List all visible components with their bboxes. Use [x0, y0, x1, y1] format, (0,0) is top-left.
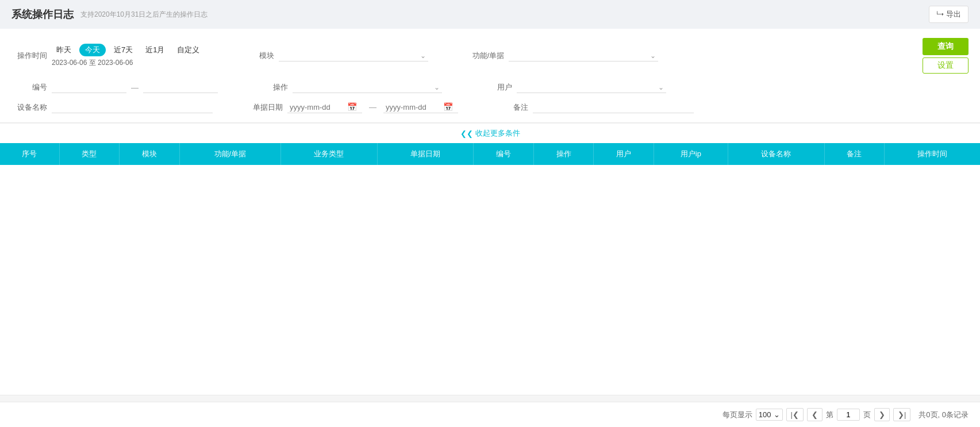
operation-select[interactable]: ⌄	[293, 82, 442, 93]
collapse-button[interactable]: ❮❮ 收起更多条件	[460, 128, 520, 139]
time-btn-1month[interactable]: 近1月	[141, 44, 169, 56]
time-btns: 昨天 今天 近7天 近1月 自定义	[52, 44, 204, 56]
remark-label: 备注	[493, 102, 533, 113]
export-icon: ⮡	[936, 10, 944, 19]
col-operation: 操作	[533, 143, 593, 165]
col-func: 功能/单据	[179, 143, 280, 165]
first-page-button[interactable]: |❮	[786, 408, 804, 421]
time-btn-custom[interactable]: 自定义	[172, 44, 204, 56]
col-user: 用户	[594, 143, 654, 165]
code-dash: —	[131, 83, 139, 92]
module-chevron-icon: ⌄	[420, 52, 426, 60]
table-header-row: 序号 类型 模块 功能/单据 业务类型 单据日期 编号 操作 用户 用户ip 设…	[0, 143, 980, 165]
scrollbar-inner	[0, 395, 980, 402]
page-container: 系统操作日志 支持2020年10月31日之后产生的操作日志 ⮡ 导出 操作时间 …	[0, 0, 980, 427]
scrollbar-area[interactable]	[0, 395, 980, 402]
module-select[interactable]: ⌄	[279, 51, 428, 61]
col-biz-type: 业务类型	[281, 143, 378, 165]
last-page-button[interactable]: ❯|	[893, 408, 910, 421]
doc-date-label: 单据日期	[247, 102, 287, 113]
pagination: 每页显示 100 ⌄ |❮ ❮ 第 页 ❯ ❯| 共0页, 0条记录	[0, 402, 980, 427]
data-table: 序号 类型 模块 功能/单据 业务类型 单据日期 编号 操作 用户 用户ip 设…	[0, 143, 980, 337]
col-code: 编号	[474, 143, 533, 165]
next-page-button[interactable]: ❯	[874, 408, 890, 421]
page-header: 系统操作日志 支持2020年10月31日之后产生的操作日志 ⮡ 导出	[0, 0, 980, 29]
page-subtitle: 支持2020年10月31日之后产生的操作日志	[80, 10, 207, 20]
collapse-bar: ❮❮ 收起更多条件	[0, 123, 980, 143]
col-module: 模块	[120, 143, 179, 165]
code-end-input[interactable]	[143, 82, 218, 93]
page-input[interactable]	[837, 409, 860, 421]
time-btn-yesterday[interactable]: 昨天	[52, 44, 76, 56]
table-header: 序号 类型 模块 功能/单据 业务类型 单据日期 编号 操作 用户 用户ip 设…	[0, 143, 980, 165]
col-doc-date: 单据日期	[377, 143, 474, 165]
calendar-end-icon[interactable]: 📅	[443, 102, 453, 111]
module-label: 模块	[239, 51, 279, 61]
page-label: 第	[826, 410, 833, 420]
prev-page-button[interactable]: ❮	[807, 408, 823, 421]
query-button[interactable]: 查询	[923, 38, 969, 55]
settings-button[interactable]: 设置	[923, 57, 969, 74]
remark-input[interactable]	[533, 102, 694, 113]
action-buttons: 查询 设置	[923, 38, 969, 74]
col-remark: 备注	[824, 143, 884, 165]
code-label: 编号	[11, 82, 52, 93]
filter-row-3: 设备名称 单据日期 📅 — 📅 备注	[11, 101, 969, 113]
col-seq: 序号	[0, 143, 59, 165]
filter-row-2: 编号 — 操作 ⌄ 用户 ⌄	[11, 82, 969, 93]
date-start-wrap: 📅	[287, 101, 362, 113]
date-start-input[interactable]	[290, 103, 347, 111]
page-title: 系统操作日志	[11, 7, 74, 21]
export-label: 导出	[946, 9, 961, 20]
date-dash: —	[369, 103, 376, 111]
per-page-chevron-icon: ⌄	[774, 410, 780, 419]
user-chevron-icon: ⌄	[658, 83, 664, 91]
code-start-input[interactable]	[52, 82, 126, 93]
func-chevron-icon: ⌄	[650, 52, 656, 60]
device-input[interactable]	[52, 102, 213, 113]
operation-chevron-icon: ⌄	[434, 83, 440, 91]
date-end-input[interactable]	[386, 103, 443, 111]
per-page-label: 每页显示	[722, 410, 752, 420]
filter-row-1: 操作时间 昨天 今天 近7天 近1月 自定义 2023-06-06 至 2023…	[11, 38, 969, 74]
per-page-select[interactable]: 100 ⌄	[756, 409, 783, 421]
empty-row	[0, 165, 980, 337]
header-left: 系统操作日志 支持2020年10月31日之后产生的操作日志	[11, 7, 207, 21]
collapse-chevron-icon: ❮❮	[460, 129, 473, 138]
user-label: 用户	[476, 82, 517, 93]
export-button[interactable]: ⮡ 导出	[929, 6, 969, 23]
time-label: 操作时间	[11, 51, 52, 61]
table-container: 序号 类型 模块 功能/单据 业务类型 单据日期 编号 操作 用户 用户ip 设…	[0, 143, 980, 395]
calendar-start-icon[interactable]: 📅	[347, 102, 357, 111]
total-info: 共0页, 0条记录	[918, 410, 969, 420]
col-type: 类型	[59, 143, 119, 165]
device-label: 设备名称	[11, 102, 52, 113]
date-end-wrap: 📅	[383, 101, 458, 113]
user-select[interactable]: ⌄	[517, 82, 666, 93]
collapse-label: 收起更多条件	[475, 128, 520, 139]
filter-area: 操作时间 昨天 今天 近7天 近1月 自定义 2023-06-06 至 2023…	[0, 29, 980, 123]
col-op-time: 操作时间	[884, 143, 980, 165]
time-filter: 昨天 今天 近7天 近1月 自定义 2023-06-06 至 2023-06-0…	[52, 44, 204, 68]
col-device: 设备名称	[728, 143, 824, 165]
page-unit: 页	[863, 410, 871, 420]
time-btn-today[interactable]: 今天	[79, 44, 106, 56]
table-body	[0, 165, 980, 337]
time-btn-7days[interactable]: 近7天	[109, 44, 137, 56]
operation-label: 操作	[252, 82, 293, 93]
per-page-value: 100	[759, 410, 771, 419]
col-user-ip: 用户ip	[654, 143, 728, 165]
func-select[interactable]: ⌄	[509, 51, 658, 61]
time-range: 2023-06-06 至 2023-06-06	[52, 58, 204, 68]
func-label: 功能/单据	[463, 51, 509, 61]
